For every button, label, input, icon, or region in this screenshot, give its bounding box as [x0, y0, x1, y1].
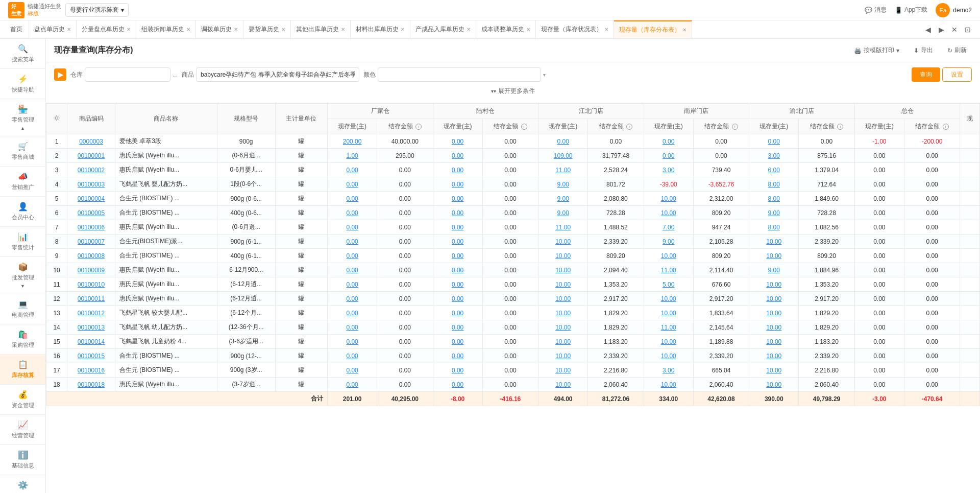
tab-requisition[interactable]: 要货单历史 ✕: [243, 20, 291, 39]
tab-stock-dist[interactable]: 现存量（库存分布表） ✕: [614, 20, 692, 39]
total-amt-info[interactable]: i: [943, 124, 949, 130]
jb-qty-link[interactable]: 10.00: [555, 281, 571, 288]
sidebar-item-finance[interactable]: 💰 资金管理: [0, 385, 45, 415]
jb-qty-link[interactable]: 10.00: [555, 381, 571, 388]
fj-qty-link[interactable]: 0.00: [346, 281, 358, 288]
jb-qty-link[interactable]: 0.00: [557, 138, 569, 145]
na-qty-link[interactable]: 10.00: [661, 338, 676, 345]
lc-qty-link[interactable]: 0.00: [452, 267, 463, 274]
sidebar-item-purchase[interactable]: 🛍️ 采购管理: [0, 324, 45, 355]
warehouse-input[interactable]: [85, 67, 170, 82]
close-icon[interactable]: ✕: [401, 27, 405, 32]
na-qty-link[interactable]: 10.00: [661, 195, 676, 202]
tab-combo-disassemble[interactable]: 组装拆卸单历史 ✕: [136, 20, 196, 39]
code-link[interactable]: 00100018: [78, 381, 105, 388]
sidebar-item-system[interactable]: ⚙️ 系统管理: [0, 475, 45, 493]
message-btn[interactable]: 💬 消息: [865, 6, 887, 14]
code-link[interactable]: 00100010: [78, 281, 105, 288]
code-link[interactable]: 00100002: [78, 167, 105, 174]
tab-close-btn[interactable]: ✕: [948, 24, 961, 36]
code-link[interactable]: 00100001: [78, 152, 105, 159]
print-btn[interactable]: 🖨️ 按模版打印 ▾: [849, 44, 904, 57]
fj-qty-link[interactable]: 0.00: [346, 224, 358, 231]
lc-qty-link[interactable]: 0.00: [452, 324, 463, 331]
tab-expand-btn[interactable]: ⊡: [962, 24, 974, 36]
jb-qty-link[interactable]: 10.00: [555, 238, 571, 245]
yb-qty-link[interactable]: 9.00: [768, 267, 780, 274]
tab-count-history[interactable]: 盘点单历史 ✕: [29, 20, 77, 39]
sidebar-item-base[interactable]: ℹ️ 基础信息: [0, 445, 45, 475]
lc-qty-link[interactable]: 0.00: [452, 252, 463, 260]
fj-qty-link[interactable]: 0.00: [346, 367, 358, 374]
fj-qty-link[interactable]: 0.00: [346, 209, 358, 217]
yb-qty-link[interactable]: 8.00: [768, 224, 780, 231]
jb-qty-link[interactable]: 9.00: [557, 195, 569, 202]
yb-qty-link[interactable]: 10.00: [766, 252, 781, 260]
tab-home[interactable]: 首页: [4, 20, 29, 39]
query-btn[interactable]: 查询: [912, 67, 940, 82]
na-qty-link[interactable]: 0.00: [663, 152, 674, 159]
color-input[interactable]: [378, 67, 541, 82]
expand-conditions-btn[interactable]: ▾▾ 展开更多条件: [487, 85, 539, 98]
jb-qty-link[interactable]: 10.00: [555, 252, 571, 260]
lc-qty-link[interactable]: 0.00: [452, 238, 463, 245]
jb-qty-link[interactable]: 10.00: [555, 267, 571, 274]
th-settings[interactable]: [46, 104, 67, 134]
refresh-btn[interactable]: ↻ 刷新: [942, 44, 972, 57]
na-qty-link[interactable]: 11.00: [661, 267, 676, 274]
sidebar-item-retail-mall[interactable]: 🛒 零售商城: [0, 136, 45, 167]
industry-selector[interactable]: 母婴行业演示陈套 ▾: [65, 3, 129, 17]
tab-branch-count[interactable]: 分量盘点单历史 ✕: [77, 20, 136, 39]
sidebar-item-retail-stats[interactable]: 📊 零售统计: [0, 227, 45, 257]
tab-other-out[interactable]: 其他出库单历史 ✕: [291, 20, 351, 39]
close-icon[interactable]: ✕: [467, 27, 471, 32]
lc-qty-link[interactable]: 0.00: [452, 138, 463, 145]
jb-qty-link[interactable]: 11.00: [555, 167, 571, 174]
code-link[interactable]: 00100007: [78, 238, 105, 245]
sidebar-item-marketing[interactable]: 📣 营销推广: [0, 167, 45, 197]
code-link[interactable]: 00100014: [78, 338, 105, 345]
code-link[interactable]: 00100015: [78, 353, 105, 360]
sidebar-item-wholesale[interactable]: 📦 批发管理 ▼: [0, 257, 45, 294]
fj-qty-link[interactable]: 0.00: [346, 195, 358, 202]
tab-stock-status[interactable]: 现存量（库存状况表） ✕: [536, 20, 614, 39]
set-btn[interactable]: 设置: [942, 67, 972, 82]
settings-icon[interactable]: [53, 114, 60, 122]
fj-qty-link[interactable]: 1.00: [346, 152, 358, 159]
yb-qty-link[interactable]: 10.00: [766, 238, 781, 245]
close-icon[interactable]: ✕: [186, 27, 190, 32]
tab-cost-adjust[interactable]: 成本调整单历史 ✕: [476, 20, 536, 39]
fj-qty-link[interactable]: 0.00: [346, 267, 358, 274]
table-wrap[interactable]: 商品编码 商品名称 规格型号 主计量单位 厂家仓 陆村仓 江北门店 南岸门店 渝…: [46, 103, 980, 493]
tab-product-in[interactable]: 产成品入库单历史 ✕: [410, 20, 476, 39]
na-qty-link[interactable]: 7.00: [663, 224, 674, 231]
fj-amt-info[interactable]: i: [415, 124, 422, 130]
fj-qty-link[interactable]: 200.00: [343, 138, 362, 145]
code-link[interactable]: 00100012: [78, 310, 105, 317]
sidebar-item-member[interactable]: 👤 会员中心: [0, 197, 45, 227]
na-qty-link[interactable]: 5.00: [663, 281, 674, 288]
code-link[interactable]: 00100006: [78, 224, 105, 231]
lc-qty-link[interactable]: 0.00: [452, 195, 463, 202]
tab-material-out[interactable]: 材料出库单历史 ✕: [351, 20, 410, 39]
lc-qty-link[interactable]: 0.00: [452, 209, 463, 217]
yb-qty-link[interactable]: 10.00: [766, 310, 781, 317]
yb-qty-link[interactable]: 0.00: [768, 138, 780, 145]
code-link[interactable]: 00100003: [78, 181, 105, 188]
lc-qty-link[interactable]: 0.00: [452, 152, 463, 159]
na-qty-link[interactable]: 10.00: [661, 252, 676, 260]
jb-qty-link[interactable]: 11.00: [555, 224, 571, 231]
lc-qty-link[interactable]: 0.00: [452, 181, 463, 188]
fj-qty-link[interactable]: 0.00: [346, 324, 358, 331]
sidebar-item-ecommerce[interactable]: 💻 电商管理: [0, 294, 45, 324]
tab-transfer-history[interactable]: 调拨单历史 ✕: [196, 20, 243, 39]
jb-qty-link[interactable]: 9.00: [557, 209, 569, 217]
user-profile[interactable]: Ea demo2: [936, 3, 972, 17]
fj-qty-link[interactable]: 0.00: [346, 310, 358, 317]
lc-qty-link[interactable]: 0.00: [452, 224, 463, 231]
sidebar-item-quick-nav[interactable]: ⚡ 快捷导航: [0, 69, 45, 99]
tab-prev-btn[interactable]: ◀: [922, 24, 934, 36]
yb-qty-link[interactable]: 8.00: [768, 181, 780, 188]
close-icon[interactable]: ✕: [234, 27, 238, 32]
yb-qty-link[interactable]: 8.00: [768, 195, 780, 202]
